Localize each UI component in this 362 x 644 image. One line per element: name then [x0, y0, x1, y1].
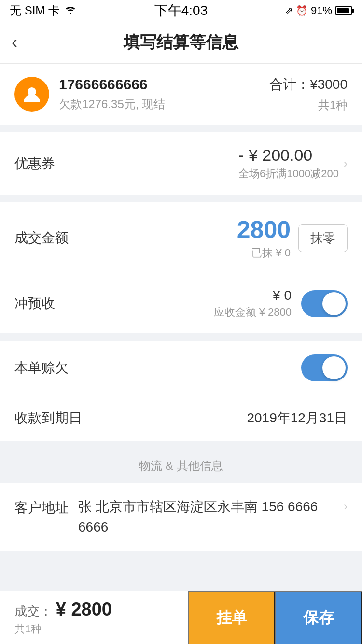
divider-line-right: [231, 466, 343, 466]
battery-fill: [337, 8, 349, 13]
wifi-icon: [64, 4, 77, 17]
content: 17666666666 欠款1276.35元, 现结 合计：¥3000 共1种 …: [0, 64, 362, 616]
user-card: 17666666666 欠款1276.35元, 现结 合计：¥3000 共1种: [0, 64, 362, 125]
battery-percent: 91%: [311, 4, 332, 17]
deal-amount-label: 成交金额: [14, 229, 69, 247]
user-right: 合计：¥3000 共1种: [269, 75, 348, 113]
prepay-amount: ¥ 0: [214, 288, 292, 303]
coupon-right: - ¥ 200.00 全场6折满1000减200 ›: [238, 146, 348, 181]
debt-section: 本单赊欠 收款到期日 2019年12月31日: [0, 341, 362, 441]
section-divider: 物流 & 其他信息: [0, 448, 362, 483]
bottom-amount: ¥ 2800: [56, 599, 112, 619]
battery-icon: [335, 6, 352, 15]
user-sub-text: 欠款1276.35元, 现结: [59, 97, 165, 112]
status-time: 下午4:03: [154, 1, 208, 20]
prepay-sub: 应收金额 ¥ 2800: [214, 305, 292, 320]
prepay-row: 冲预收 ¥ 0 应收金额 ¥ 2800: [0, 274, 362, 333]
deal-amount-row: 成交金额 2800 已抹 ¥ 0 抹零: [0, 202, 362, 274]
alarm-icon: ⏰: [296, 5, 308, 16]
user-info: 17666666666 欠款1276.35元, 现结: [59, 76, 165, 112]
due-date-row: 收款到期日 2019年12月31日: [0, 395, 362, 441]
round-zero-button[interactable]: 抹零: [298, 224, 348, 252]
save-button[interactable]: 保存: [275, 591, 362, 644]
prepay-right: ¥ 0 应收金额 ¥ 2800: [214, 288, 348, 320]
address-row[interactable]: 客户地址 张 北京市市辖区海淀区永丰南 156 6666 6666 ›: [0, 483, 362, 551]
bottom-info: 成交： ¥ 2800 共1种: [0, 599, 188, 636]
debt-row: 本单赊欠: [0, 341, 362, 395]
debt-label: 本单赊欠: [14, 359, 69, 377]
deal-amount-sub: 已抹 ¥ 0: [237, 246, 291, 260]
divider-text: 物流 & 其他信息: [139, 458, 223, 474]
address-chevron-icon: ›: [344, 500, 348, 513]
bottom-bar: 成交： ¥ 2800 共1种 挂单 保存: [0, 591, 362, 644]
user-left: 17666666666 欠款1276.35元, 现结: [14, 76, 165, 112]
prepay-toggle[interactable]: [301, 290, 348, 317]
status-left: 无 SIM 卡: [10, 3, 77, 18]
due-date-label: 收款到期日: [14, 409, 82, 427]
deal-amount-right: 2800 已抹 ¥ 0 抹零: [237, 216, 348, 260]
address-section: 客户地址 张 北京市市辖区海淀区永丰南 156 6666 6666 ›: [0, 483, 362, 551]
debt-toggle[interactable]: [301, 354, 348, 381]
carrier-text: 无 SIM 卡: [10, 3, 60, 18]
coupon-label: 优惠券: [14, 154, 55, 173]
bottom-count: 共1种: [14, 622, 174, 636]
bottom-deal-row: 成交： ¥ 2800: [14, 599, 174, 620]
nav-bar: ‹ 填写结算等信息: [0, 21, 362, 64]
prepay-label: 冲预收: [14, 294, 55, 313]
amount-wrapper: 2800 已抹 ¥ 0: [237, 216, 291, 260]
coupon-desc: 全场6折满1000减200: [238, 167, 339, 181]
status-right: ⇗ ⏰ 91%: [285, 4, 352, 17]
due-date-value: 2019年12月31日: [247, 409, 348, 427]
address-value: 张 北京市市辖区海淀区永丰南 156 6666 6666: [78, 497, 344, 537]
back-button[interactable]: ‹: [12, 32, 17, 53]
user-count: 共1种: [269, 98, 348, 113]
coupon-chevron-icon: ›: [344, 157, 348, 170]
user-total: 合计：¥3000: [269, 75, 348, 94]
coupon-amount: - ¥ 200.00: [238, 146, 339, 165]
coupon-info: - ¥ 200.00 全场6折满1000减200: [238, 146, 339, 181]
location-icon: ⇗: [285, 5, 293, 16]
deal-amount-value: 2800: [237, 216, 291, 244]
hang-order-button[interactable]: 挂单: [188, 591, 275, 644]
bottom-deal-label: 成交：: [14, 604, 52, 618]
prepay-wrapper: ¥ 0 应收金额 ¥ 2800: [214, 288, 292, 320]
deal-amount-section: 成交金额 2800 已抹 ¥ 0 抹零 冲预收 ¥ 0 应收金额 ¥ 2800: [0, 202, 362, 333]
user-phone: 17666666666: [59, 76, 165, 93]
avatar: [14, 77, 49, 112]
page-title: 填写结算等信息: [124, 31, 238, 54]
address-label: 客户地址: [14, 497, 69, 517]
status-bar: 无 SIM 卡 下午4:03 ⇗ ⏰ 91%: [0, 0, 362, 21]
divider-line-left: [19, 466, 131, 466]
coupon-row[interactable]: 优惠券 - ¥ 200.00 全场6折满1000减200 ›: [0, 132, 362, 195]
